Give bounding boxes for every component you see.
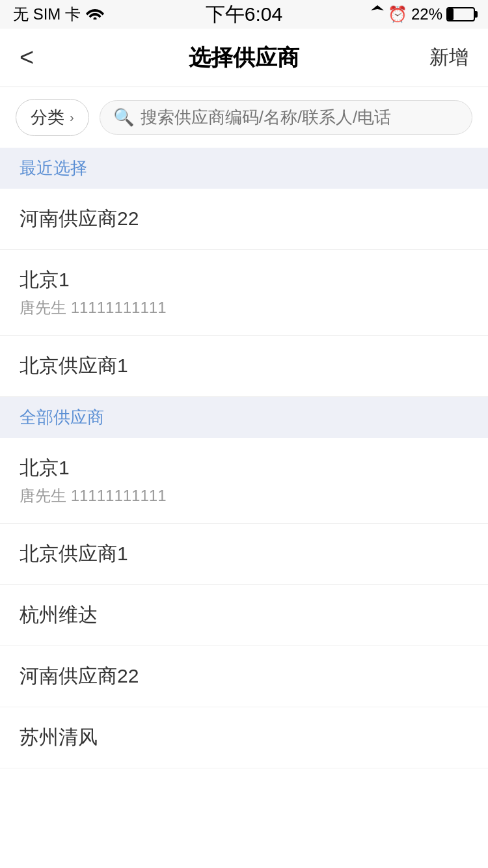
wifi-icon: [86, 5, 104, 23]
status-right: ⏰ 22%: [371, 5, 475, 23]
search-box[interactable]: 🔍: [100, 100, 472, 135]
list-item[interactable]: 北京1唐先生 11111111111: [0, 250, 488, 336]
list-item[interactable]: 河南供应商22: [0, 646, 488, 707]
battery-icon: [446, 7, 475, 21]
recent-items-list: 河南供应商22北京1唐先生 11111111111北京供应商1: [0, 189, 488, 397]
list-item[interactable]: 杭州维达: [0, 585, 488, 646]
status-time: 下午6:04: [206, 1, 282, 28]
item-name: 河南供应商22: [20, 206, 468, 232]
all-section-label: 全部供应商: [20, 407, 104, 427]
item-name: 北京1: [20, 267, 468, 293]
search-icon: 🔍: [113, 107, 134, 128]
page-title: 选择供应商: [59, 43, 429, 73]
item-name: 杭州维达: [20, 602, 468, 629]
filter-row: 分类 › 🔍: [0, 87, 488, 148]
item-name: 河南供应商22: [20, 663, 468, 690]
item-name: 北京供应商1: [20, 541, 468, 567]
no-sim-text: 无 SIM 卡: [13, 4, 81, 25]
battery-percent: 22%: [411, 5, 442, 23]
item-name: 北京供应商1: [20, 353, 468, 379]
item-name: 苏州清风: [20, 724, 468, 751]
location-icon: [371, 5, 384, 23]
status-left: 无 SIM 卡: [13, 4, 104, 25]
category-button[interactable]: 分类 ›: [16, 99, 89, 136]
list-item[interactable]: 北京供应商1: [0, 336, 488, 397]
list-item[interactable]: 河南供应商22: [0, 189, 488, 250]
item-sub: 唐先生 11111111111: [20, 485, 468, 506]
alarm-icon: ⏰: [388, 5, 407, 23]
list-item[interactable]: 北京1唐先生 11111111111: [0, 438, 488, 524]
all-items-list: 北京1唐先生 11111111111北京供应商1杭州维达河南供应商22苏州清风: [0, 438, 488, 768]
recent-section-header: 最近选择: [0, 148, 488, 189]
item-sub: 唐先生 11111111111: [20, 297, 468, 318]
add-button[interactable]: 新增: [429, 44, 468, 71]
all-section-header: 全部供应商: [0, 397, 488, 438]
item-name: 北京1: [20, 455, 468, 481]
list-item[interactable]: 北京供应商1: [0, 524, 488, 585]
search-input[interactable]: [141, 107, 459, 128]
svg-point-0: [94, 18, 97, 20]
recent-section-label: 最近选择: [20, 158, 87, 178]
list-item[interactable]: 苏州清风: [0, 707, 488, 768]
status-bar: 无 SIM 卡 下午6:04 ⏰ 22%: [0, 0, 488, 29]
nav-bar: < 选择供应商 新增: [0, 29, 488, 87]
category-label: 分类: [31, 106, 64, 129]
chevron-right-icon: ›: [70, 110, 74, 125]
back-button[interactable]: <: [20, 44, 59, 72]
